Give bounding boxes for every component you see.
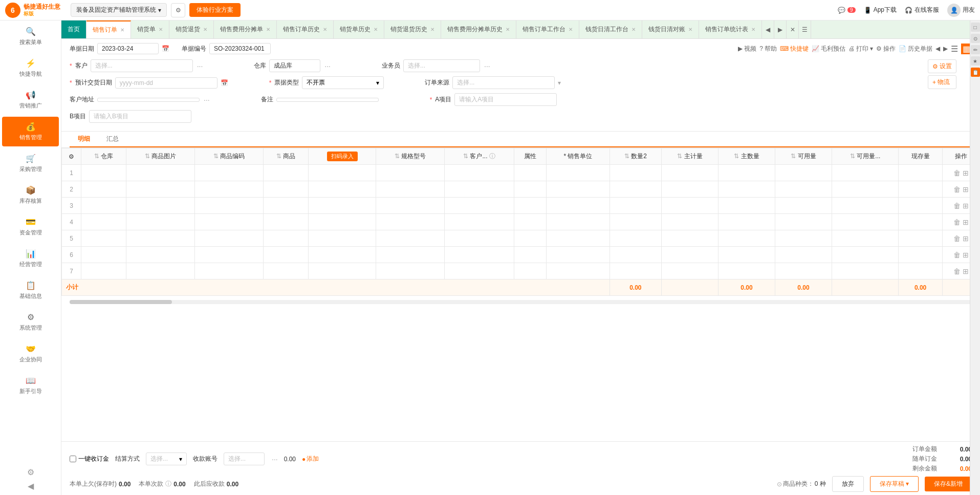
delete-row-icon[interactable]: 🗑	[953, 169, 961, 177]
row-available-qty[interactable]	[775, 214, 832, 230]
quick-confirm-input[interactable]	[70, 456, 76, 462]
sidebar-item-quick-nav[interactable]: ⚡ 快捷导航	[2, 53, 59, 83]
user-button[interactable]: 👤 用友	[947, 4, 975, 17]
row-spec[interactable]	[376, 230, 444, 247]
table-view-icon[interactable]: ☰	[951, 44, 958, 54]
delete-row-icon[interactable]: 🗑	[953, 267, 961, 275]
copy-row-icon[interactable]: ⊞	[963, 202, 969, 210]
right-icon-4[interactable]: ★	[971, 56, 980, 66]
copy-row-icon[interactable]: ⊞	[963, 267, 969, 275]
save-draft-button[interactable]: 保存草稿 ▾	[870, 476, 919, 492]
row-available-qty[interactable]	[775, 263, 832, 279]
row-customer-ref[interactable]	[444, 263, 514, 279]
row-main-unit[interactable]	[661, 214, 718, 230]
delivery-date-input[interactable]: yyyy-mm-dd	[115, 77, 217, 89]
sidebar-item-marketing[interactable]: 📢 营销推广	[2, 85, 59, 115]
row-spec[interactable]	[376, 263, 444, 279]
customer-input[interactable]: 选择...	[91, 59, 193, 72]
tab-close-icon[interactable]: ✕	[631, 27, 636, 32]
row-attributes[interactable]	[514, 165, 547, 181]
settings-bottom-icon[interactable]: ⚙	[27, 467, 34, 477]
video-btn[interactable]: ▶ 视频	[738, 45, 756, 53]
salesman-input[interactable]: 选择...	[403, 59, 480, 72]
row-product-code[interactable]	[195, 247, 264, 263]
row-product[interactable]	[264, 181, 309, 198]
tab-close-icon[interactable]: ✕	[203, 27, 207, 32]
row-attributes[interactable]	[514, 214, 547, 230]
single-no-input[interactable]: SO-20230324-001	[209, 43, 271, 54]
row-sales-unit[interactable]	[547, 247, 610, 263]
customer-address-input[interactable]	[97, 98, 200, 102]
dropdown-icon[interactable]: ▾	[906, 480, 909, 487]
sidebar-item-purchase[interactable]: 🛒 采购管理	[2, 148, 59, 178]
row-main-qty[interactable]	[718, 263, 775, 279]
sidebar-item-finance[interactable]: 💳 资金管理	[2, 212, 59, 242]
warehouse-input[interactable]: 成品库	[269, 59, 320, 72]
row-main-unit[interactable]	[661, 165, 718, 181]
row-stock-qty[interactable]	[899, 198, 943, 214]
row-available-more[interactable]	[832, 165, 899, 181]
row-available-qty[interactable]	[775, 165, 832, 181]
payment-method-select[interactable]: 选择... ▾	[146, 453, 187, 465]
right-icon-2[interactable]: ⊙	[971, 34, 980, 43]
row-main-qty[interactable]	[718, 247, 775, 263]
sidebar-item-guide[interactable]: 📖 新手引导	[2, 371, 59, 400]
sidebar-item-search[interactable]: 🔍 搜索菜单	[2, 21, 59, 51]
row-stock-qty[interactable]	[899, 230, 943, 247]
right-icon-5[interactable]: 📋	[971, 68, 980, 77]
tab-summary[interactable]: 汇总	[98, 132, 127, 147]
row-main-qty[interactable]	[718, 214, 775, 230]
row-stock-qty[interactable]	[899, 247, 943, 263]
customer-address-more-btn[interactable]: ···	[204, 96, 210, 104]
row-product-image[interactable]	[126, 247, 195, 263]
tab-sales-order-history[interactable]: 销售订单历史 ✕	[277, 20, 334, 39]
tab-menu-btn[interactable]: ☰	[799, 20, 811, 39]
history-doc-btn[interactable]: 📄 历史单据	[899, 45, 932, 53]
row-customer-ref[interactable]	[444, 214, 514, 230]
row-product-code[interactable]	[195, 181, 264, 198]
row-main-unit[interactable]	[661, 198, 718, 214]
row-stock-qty[interactable]	[899, 263, 943, 279]
row-spec[interactable]	[376, 165, 444, 181]
bank-account-more-btn[interactable]: ···	[272, 455, 278, 463]
row-sales-unit[interactable]	[547, 198, 610, 214]
row-product[interactable]	[264, 230, 309, 247]
row-main-qty[interactable]	[718, 198, 775, 214]
row-product[interactable]	[264, 165, 309, 181]
row-product-code[interactable]	[195, 214, 264, 230]
info-icon-debt[interactable]: ⓘ	[165, 480, 171, 488]
sidebar-item-sales[interactable]: 💰 销售管理	[2, 117, 59, 146]
tab-close-icon[interactable]: ✕	[374, 27, 378, 32]
row-product[interactable]	[264, 263, 309, 279]
save-new-button[interactable]: 保存&新增	[925, 477, 972, 491]
calendar-icon[interactable]: 📅	[162, 45, 169, 52]
warehouse-more-btn[interactable]: ···	[324, 62, 331, 70]
copy-row-icon[interactable]: ⊞	[963, 169, 969, 177]
row-stock-qty[interactable]	[899, 214, 943, 230]
messages-button[interactable]: 💬 9	[838, 7, 856, 14]
prev-doc-icon[interactable]: ◀	[935, 45, 940, 52]
row-spec[interactable]	[376, 247, 444, 263]
bank-account-select[interactable]: 选择...	[224, 453, 265, 465]
row-warehouse[interactable]	[81, 230, 126, 247]
tab-expense-history[interactable]: 销售费用分摊单历史 ✕	[441, 20, 516, 39]
row-product-code[interactable]	[195, 198, 264, 214]
row-available-qty[interactable]	[775, 181, 832, 198]
row-available-more[interactable]	[832, 214, 899, 230]
tab-close-icon[interactable]: ✕	[159, 27, 163, 32]
row-main-unit[interactable]	[661, 230, 718, 247]
row-scan[interactable]	[309, 214, 376, 230]
remarks-input[interactable]	[276, 98, 379, 102]
b-project-input[interactable]: 请输入B项目	[89, 110, 191, 123]
tab-close-icon[interactable]: ✕	[323, 27, 327, 32]
row-attributes[interactable]	[514, 181, 547, 198]
logistics-button[interactable]: + 物流	[928, 75, 956, 89]
row-product-image[interactable]	[126, 198, 195, 214]
sidebar-item-inventory[interactable]: 📦 库存核算	[2, 180, 59, 210]
row-attributes[interactable]	[514, 198, 547, 214]
tab-prev-btn[interactable]: ◀	[762, 20, 774, 39]
row-main-unit[interactable]	[661, 263, 718, 279]
row-warehouse[interactable]	[81, 247, 126, 263]
scan-button[interactable]: 扫码录入	[327, 152, 358, 161]
tab-close-icon[interactable]: ✕	[430, 27, 434, 32]
